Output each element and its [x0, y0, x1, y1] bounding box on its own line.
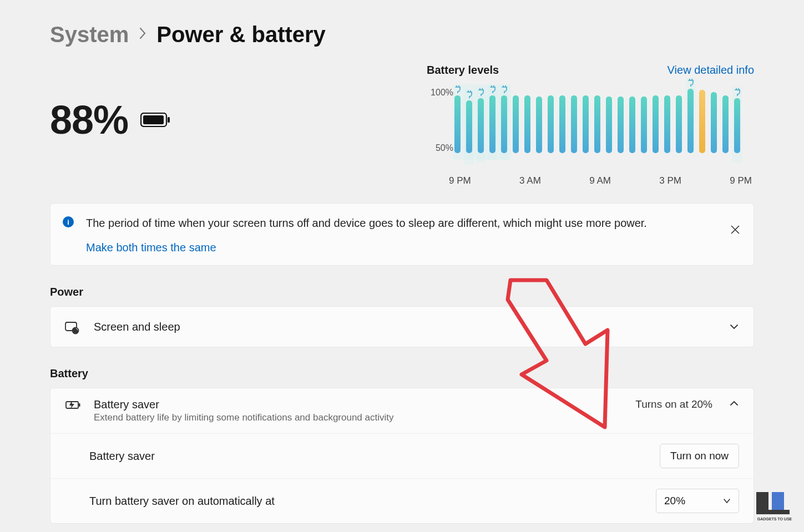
row-title: Battery saver	[94, 398, 621, 411]
chart-bar	[489, 95, 495, 153]
screen-sleep-row[interactable]: Screen and sleep	[50, 307, 754, 347]
breadcrumb: System Power & battery	[50, 22, 754, 47]
info-text: The period of time when your screen turn…	[86, 215, 647, 231]
svg-rect-8	[756, 510, 790, 514]
plug-icon	[454, 85, 462, 93]
chart-bar	[594, 95, 600, 153]
row-subtitle: Extend battery life by limiting some not…	[94, 412, 621, 423]
breadcrumb-current: Power & battery	[156, 22, 326, 47]
chart-bar	[629, 97, 635, 153]
info-banner: i The period of time when your screen tu…	[50, 203, 754, 266]
chart-bar	[583, 95, 589, 153]
chart-bar	[664, 95, 670, 153]
battery-saver-auto-row: Turn battery saver on automatically at 2…	[50, 478, 754, 523]
chart-bar	[478, 98, 484, 153]
chevron-down-icon	[729, 322, 739, 332]
chart-bar	[513, 95, 519, 153]
plug-icon	[477, 88, 485, 96]
chart-bar	[559, 95, 565, 153]
chevron-up-icon	[729, 398, 739, 408]
svg-text:GADGETS TO USE: GADGETS TO USE	[757, 517, 792, 521]
svg-rect-2	[168, 117, 170, 123]
battery-saver-toggle-row: Battery saver Turn on now	[50, 433, 754, 478]
power-card: Screen and sleep	[50, 306, 754, 347]
screen-icon	[65, 320, 79, 335]
plug-icon	[489, 85, 497, 93]
info-icon: i	[63, 216, 74, 227]
plug-icon	[734, 88, 741, 96]
close-icon[interactable]	[730, 225, 740, 235]
watermark-logo: GADGETS TO USE	[755, 491, 794, 522]
chart-bar	[711, 92, 717, 153]
info-action-link[interactable]: Make both times the same	[86, 241, 216, 254]
chart-bar	[524, 95, 530, 153]
chart-bar	[734, 98, 740, 153]
chart-bar	[501, 95, 507, 153]
select-value: 20%	[664, 495, 685, 507]
chart-bar	[653, 95, 659, 153]
battery-section-heading: Battery	[50, 367, 754, 380]
battery-saver-header-row[interactable]: Battery saver Extend battery life by lim…	[50, 388, 754, 433]
chevron-right-icon	[139, 27, 146, 43]
chart-bar	[676, 95, 682, 153]
chevron-down-icon	[723, 497, 731, 505]
chart-bar	[641, 97, 647, 153]
view-detailed-link[interactable]: View detailed info	[668, 64, 754, 77]
battery-percent: 88%	[50, 97, 128, 143]
plug-icon	[466, 90, 473, 98]
chart-bar	[687, 89, 694, 153]
chart-bar	[722, 95, 729, 153]
battery-chart: Battery levels View detailed info 100% 5…	[427, 64, 754, 186]
svg-rect-1	[143, 115, 164, 124]
plug-icon	[687, 79, 695, 87]
battery-saver-icon	[65, 399, 79, 414]
row-title: Screen and sleep	[94, 321, 715, 333]
chart-title: Battery levels	[427, 64, 499, 77]
row-title: Turn battery saver on automatically at	[89, 495, 641, 508]
battery-status: 88%	[50, 97, 170, 143]
svg-rect-5	[79, 403, 80, 407]
chart-bar	[548, 95, 554, 153]
battery-card: Battery saver Extend battery life by lim…	[50, 388, 754, 524]
battery-icon	[140, 113, 170, 127]
power-section-heading: Power	[50, 286, 754, 298]
plug-icon	[500, 85, 508, 93]
breadcrumb-parent[interactable]: System	[50, 22, 129, 47]
row-title: Battery saver	[89, 450, 645, 463]
turn-on-now-button[interactable]: Turn on now	[660, 444, 739, 468]
battery-saver-status: Turns on at 20%	[635, 398, 712, 411]
chart-x-axis: 9 PM 3 AM 9 AM 3 PM 9 PM	[427, 175, 754, 186]
chart-y-axis: 100% 50%	[427, 81, 453, 153]
chart-bar	[699, 90, 705, 153]
chart-bar	[454, 95, 461, 153]
chart-bar	[606, 97, 612, 153]
chart-bar	[466, 100, 472, 153]
auto-threshold-select[interactable]: 20%	[656, 489, 739, 513]
chart-bars	[454, 81, 754, 153]
chart-bar	[536, 97, 542, 153]
chart-bar	[618, 97, 624, 153]
chart-bar	[571, 95, 577, 153]
